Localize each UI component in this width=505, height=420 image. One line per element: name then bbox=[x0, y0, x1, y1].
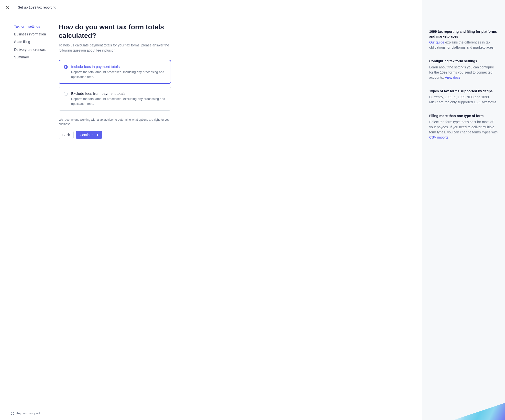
info-link[interactable]: Our guide bbox=[429, 40, 444, 44]
help-support-label: Help and support bbox=[16, 411, 40, 415]
option-content: Exclude fees from payment totalsReports … bbox=[71, 91, 166, 106]
header: Set up 1099 tax reporting bbox=[0, 0, 422, 15]
option-title: Exclude fees from payment totals bbox=[71, 91, 166, 96]
info-title: 1099 tax reporting and filing for platfo… bbox=[429, 29, 498, 39]
info-title: Types of tax forms supported by Stripe bbox=[429, 89, 498, 94]
info-block-3: Filing more than one type of formSelect … bbox=[429, 114, 498, 140]
option-desc: Reports the total amount processed, incl… bbox=[71, 70, 166, 79]
info-link[interactable]: CSV imports bbox=[429, 135, 449, 139]
recommend-text: We recommend working with a tax advisor … bbox=[59, 118, 171, 126]
sidebar-nav: Tax form settingsBusiness informationSta… bbox=[0, 23, 54, 420]
nav-item-tax-form-settings[interactable]: Tax form settings bbox=[11, 23, 54, 31]
info-text: Select the form type that's best for mos… bbox=[429, 119, 498, 140]
main-subtitle: To help us calculate payment totals for … bbox=[59, 43, 171, 53]
main-title: How do you want tax form totals calculat… bbox=[59, 23, 171, 40]
info-block-2: Types of tax forms supported by StripeCu… bbox=[429, 89, 498, 105]
help-icon bbox=[11, 412, 14, 415]
info-block-0: 1099 tax reporting and filing for platfo… bbox=[429, 29, 498, 50]
continue-button-label: Continue bbox=[80, 133, 93, 137]
info-text: Learn about the settings you can configu… bbox=[429, 65, 498, 80]
nav-item-business-information[interactable]: Business information bbox=[11, 31, 54, 38]
help-support-link[interactable]: Help and support bbox=[11, 411, 40, 415]
info-title: Configuring tax form settings bbox=[429, 59, 498, 64]
main-content: How do you want tax form totals calculat… bbox=[54, 23, 181, 420]
info-block-1: Configuring tax form settingsLearn about… bbox=[429, 59, 498, 80]
gradient-accent bbox=[432, 403, 505, 420]
svg-point-3 bbox=[11, 412, 14, 415]
header-divider bbox=[14, 4, 14, 10]
right-panel: 1099 tax reporting and filing for platfo… bbox=[422, 0, 505, 420]
arrow-right-icon bbox=[95, 133, 98, 136]
option-card-1[interactable]: Exclude fees from payment totalsReports … bbox=[59, 87, 171, 111]
info-text: Currently, 1099-K, 1099-NEC and 1099-MIS… bbox=[429, 95, 498, 105]
option-desc: Reports the total amount processed, excl… bbox=[71, 97, 166, 106]
page-title: Set up 1099 tax reporting bbox=[18, 5, 56, 9]
radio-icon bbox=[64, 92, 68, 96]
info-text: Our guide explains the differences in ta… bbox=[429, 40, 498, 50]
back-button[interactable]: Back bbox=[59, 131, 74, 139]
info-title: Filing more than one type of form bbox=[429, 114, 498, 118]
option-content: Include fees in payment totalsReports th… bbox=[71, 65, 166, 79]
option-title: Include fees in payment totals bbox=[71, 65, 166, 69]
nav-item-summary[interactable]: Summary bbox=[11, 54, 54, 61]
info-link[interactable]: View docs bbox=[445, 75, 461, 79]
back-button-label: Back bbox=[62, 133, 70, 137]
radio-icon bbox=[64, 65, 68, 69]
option-card-0[interactable]: Include fees in payment totalsReports th… bbox=[59, 60, 171, 84]
nav-item-delivery-preferences[interactable]: Delivery preferences bbox=[11, 46, 54, 54]
nav-item-state-filing[interactable]: State filing bbox=[11, 38, 54, 46]
continue-button[interactable]: Continue bbox=[76, 131, 102, 139]
close-button[interactable] bbox=[5, 5, 10, 10]
svg-point-4 bbox=[12, 413, 13, 414]
button-row: Back Continue bbox=[59, 131, 171, 139]
close-icon bbox=[6, 6, 9, 9]
